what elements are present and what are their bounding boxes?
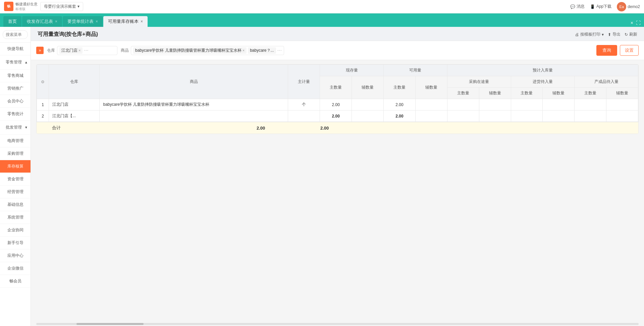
table-area: ⚙ 仓库 商品 主计量 现存量 可用量 预计入库量 主数量 辅数量 <box>31 60 644 322</box>
industry-label: 母婴行业演示账套 <box>44 4 76 9</box>
filter-dots-warehouse[interactable]: ··· <box>84 47 88 53</box>
print-action[interactable]: 🖨 按模板打印 ▾ <box>575 32 604 37</box>
sidebar-item-batch[interactable]: 批发管理 ▼ <box>0 121 31 135</box>
page-header: 可用量查询(按仓库+商品) 🖨 按模板打印 ▾ ⬆ 导出 ↻ 刷新 <box>31 27 644 41</box>
footer-avail-main: 2.00 <box>308 126 341 131</box>
message-label: 消息 <box>577 4 585 9</box>
filter-dots-product[interactable]: ··· <box>277 47 282 53</box>
refresh-action[interactable]: ↻ 刷新 <box>625 32 637 37</box>
scrollbar-track <box>36 323 639 325</box>
sidebar-item-newbie[interactable]: 新手引导 <box>0 237 31 249</box>
col-avail-main-header: 主数量 <box>384 76 416 99</box>
app-label: App下载 <box>596 4 611 9</box>
col-stock-sub-header: 辅数量 <box>352 76 384 99</box>
sidebar-item-retail[interactable]: 零售管理 ▲ <box>0 55 31 69</box>
row-product: babycare学饮杯 儿童防摔防撞吸管杯重力球吸嘴杯宝宝水杯 <box>100 99 288 110</box>
sidebar-item-ecommerce[interactable]: 电商管理 <box>0 135 31 147</box>
product-tag-remove[interactable]: × <box>243 48 245 52</box>
tab-receive-close[interactable]: × <box>55 19 57 24</box>
row-prod-sub <box>606 99 638 110</box>
print-icon: 🖨 <box>575 32 579 37</box>
tab-receive[interactable]: 收发存汇总表 × <box>22 16 62 27</box>
sidebar-item-app-center[interactable]: 应用中心 <box>0 249 31 262</box>
row2-in-main <box>511 110 543 122</box>
table-wrap: ⚙ 仓库 商品 主计量 现存量 可用量 预计入库量 主数量 辅数量 <box>36 64 639 134</box>
col-prod-sub-header: 辅数量 <box>606 88 638 99</box>
warehouse-tag-remove[interactable]: × <box>78 48 80 52</box>
row2-product <box>100 110 288 122</box>
row-stock-sub <box>352 99 384 110</box>
tab-available[interactable]: 可用量库存账本 × <box>103 16 148 27</box>
search-input[interactable] <box>3 30 28 39</box>
row-in-main <box>511 99 543 110</box>
sidebar-item-enterprise-wechat[interactable]: 企业微信 <box>0 262 31 275</box>
sidebar-item-quick-nav-label: 快捷导航 <box>7 46 23 51</box>
sidebar-item-member2[interactable]: 畅会员 <box>0 275 31 288</box>
sidebar-item-retail-stat[interactable]: 零售统计 <box>0 108 31 121</box>
table-row: 2 江北门店【... 2.00 2.00 <box>37 110 638 122</box>
warehouse-filter: 仓库 江北门店 × ··· <box>47 46 117 55</box>
page-title: 可用量查询(按仓库+商品) <box>38 31 98 38</box>
tab-available-close[interactable]: × <box>141 19 143 24</box>
message-action[interactable]: 💬 消息 <box>570 4 585 9</box>
top-bar-left: 畅 畅捷通好生意 标准版 母婴行业演示账套 ▾ <box>4 2 83 11</box>
sidebar-item-finance[interactable]: 资金管理 <box>0 173 31 186</box>
col-in-main-header: 主数量 <box>511 88 543 99</box>
content-area: 可用量查询(按仓库+商品) 🖨 按模板打印 ▾ ⬆ 导出 ↻ 刷新 <box>31 27 644 326</box>
col-inbound-header: 预计入库量 <box>447 65 638 76</box>
row2-in-sub <box>543 110 575 122</box>
sidebar-item-marketing[interactable]: 营销推广 <box>0 82 31 95</box>
warehouse-tag-text: 江北门店 <box>61 48 77 53</box>
tab-home[interactable]: 首页 <box>3 16 21 27</box>
sidebar-item-ecommerce-label: 电商管理 <box>7 138 23 143</box>
col-product-pending-header: 产成品待入量 <box>575 76 638 88</box>
sidebar-item-retail-shop-label: 零售商城 <box>7 73 23 78</box>
sidebar-item-purchase-label: 采购管理 <box>7 151 23 156</box>
query-button[interactable]: 查询 <box>596 45 617 56</box>
row2-unit <box>288 110 320 122</box>
table-row: 1 江北门店 babycare学饮杯 儿童防摔防撞吸管杯重力球吸嘴杯宝宝水杯 个… <box>37 99 638 110</box>
sidebar-item-operation[interactable]: 经营管理 <box>0 186 31 198</box>
tab-available-label: 可用量库存账本 <box>108 18 139 25</box>
gear-icon[interactable]: ⚙ <box>41 80 45 84</box>
horizontal-scrollbar[interactable] <box>31 322 644 326</box>
col-prod-main-header: 主数量 <box>575 88 606 99</box>
footer-stock-main: 2.00 <box>241 126 281 131</box>
col-gear: ⚙ <box>37 65 49 99</box>
sidebar-item-newbie-label: 新手引导 <box>7 240 23 245</box>
scrollbar-thumb[interactable] <box>76 323 144 325</box>
sidebar-item-enterprise-label: 企业协同 <box>7 228 23 232</box>
tab-bar: 首页 收发存汇总表 × 要货单统计表 × 可用量库存账本 × × ⛶ <box>0 13 644 27</box>
row2-pt-main <box>447 110 479 122</box>
sidebar-item-basic[interactable]: 基础信息 <box>0 198 31 211</box>
sidebar-item-inventory[interactable]: 库存核算 <box>0 160 31 173</box>
tab-close-all[interactable]: × <box>631 20 633 26</box>
filter-area: » 仓库 江北门店 × ··· 商品 babycare学饮杯 儿童防摔防撞吸管杯… <box>31 41 644 60</box>
settings-button[interactable]: 设置 <box>620 45 639 56</box>
tab-order-close[interactable]: × <box>96 19 98 24</box>
tab-expand[interactable]: ⛶ <box>636 20 641 26</box>
export-action[interactable]: ⬆ 导出 <box>608 32 621 37</box>
top-bar-right: 💬 消息 📱 App下载 Ea demo2 <box>570 2 640 11</box>
tab-receive-label: 收发存汇总表 <box>27 18 53 25</box>
sidebar-item-member-label: 会员中心 <box>7 99 23 103</box>
sidebar-item-quick-nav[interactable]: 快捷导航 <box>0 43 31 55</box>
sidebar-item-enterprise[interactable]: 企业协同 <box>0 224 31 237</box>
sidebar: 快捷导航 零售管理 ▲ 零售商城 营销推广 会员中心 零售统计 批发管理 ▼ 电… <box>0 27 31 326</box>
app-download-action[interactable]: 📱 App下载 <box>590 4 611 9</box>
tab-home-label: 首页 <box>8 18 17 25</box>
sidebar-item-purchase[interactable]: 采购管理 <box>0 147 31 160</box>
export-label: 导出 <box>612 32 621 37</box>
sidebar-item-retail-shop[interactable]: 零售商城 <box>0 69 31 82</box>
tab-order[interactable]: 要货单统计表 × <box>63 16 103 27</box>
sidebar-item-member2-label: 畅会员 <box>9 279 21 283</box>
row-warehouse: 江北门店 <box>49 99 100 110</box>
row2-prod-sub <box>606 110 638 122</box>
expand-btn[interactable]: » <box>36 47 44 54</box>
row-pt-main <box>447 99 479 110</box>
industry-selector[interactable]: 母婴行业演示账套 ▾ <box>40 2 83 11</box>
sidebar-item-system[interactable]: 系统管理 <box>0 211 31 224</box>
user-area[interactable]: Ea demo2 <box>617 2 640 11</box>
chevron-right-icon: » <box>39 48 41 53</box>
sidebar-item-member[interactable]: 会员中心 <box>0 95 31 108</box>
